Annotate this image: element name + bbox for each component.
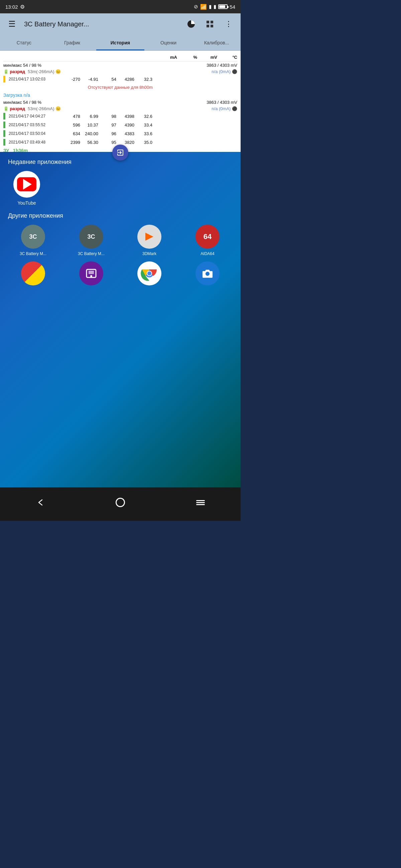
cel-1: 32.3 bbox=[136, 77, 152, 82]
minmax2-left: мин/макс 54 / 98 % bbox=[3, 100, 41, 105]
svg-marker-5 bbox=[145, 233, 153, 241]
section2-minmax: мин/макс 54 / 98 % 3863 / 4303 mV bbox=[3, 98, 237, 105]
bar-2 bbox=[3, 113, 5, 120]
razryad-label-2: 🔋 разряд bbox=[3, 106, 25, 111]
minmax-left: мин/макс 54 / 98 % bbox=[3, 63, 41, 68]
pct-4: 240.00 bbox=[82, 131, 98, 136]
tabs-bar: Статус График История Оценки Калибров... bbox=[0, 35, 240, 51]
col-celsius: °C bbox=[217, 55, 237, 60]
more-icon: ⋮ bbox=[225, 20, 233, 28]
mv-2: 4398 bbox=[118, 114, 134, 119]
youtube-label: YouTube bbox=[18, 200, 36, 206]
exit-app-button[interactable] bbox=[112, 145, 128, 161]
app-3dmark[interactable]: 3DMark bbox=[123, 225, 176, 256]
back-button[interactable] bbox=[30, 492, 50, 513]
pie-chart-button[interactable] bbox=[184, 18, 198, 31]
razryad-label-1: 🔋 разряд bbox=[3, 69, 25, 74]
app-purple[interactable] bbox=[65, 261, 118, 285]
col-pct: % bbox=[177, 55, 197, 60]
zagr-row[interactable]: Загрузка n/a bbox=[3, 91, 237, 98]
col-mV: mV bbox=[197, 55, 217, 60]
app-3c-battery-2-icon: 3C bbox=[79, 225, 103, 249]
app-chrome-icon bbox=[137, 261, 162, 285]
ma-1: -270 bbox=[63, 77, 80, 82]
ma-4: 634 bbox=[63, 131, 80, 136]
soc-2: 98 bbox=[99, 114, 116, 119]
bar-4 bbox=[3, 130, 5, 137]
data-row-1: 2021/04/17 13:02:03 -270 -4.91 54 4286 3… bbox=[3, 75, 237, 84]
pct-1: -4.91 bbox=[82, 77, 98, 82]
razryad-row-2: 🔋 разряд 53m(-266mA) 😐 n/a (0mA) ⚫ bbox=[3, 105, 237, 112]
pct-2: 6.99 bbox=[82, 114, 98, 119]
app-3c-battery-1-label: 3C Battery M... bbox=[20, 251, 47, 256]
tab-calibration[interactable]: Калибров... bbox=[193, 35, 240, 51]
mv-4: 4383 bbox=[118, 131, 134, 136]
youtube-icon bbox=[13, 171, 40, 198]
battery-icon bbox=[218, 4, 228, 9]
date-4: 2021/04/17 03:50:04 bbox=[9, 131, 62, 136]
cel-4: 33.6 bbox=[136, 131, 152, 136]
missing-data-notice: Отсутствуют данные для 8h00m bbox=[3, 84, 237, 91]
grid-button[interactable] bbox=[203, 18, 217, 31]
status-time: 13:02 bbox=[5, 4, 18, 10]
tab-history[interactable]: История bbox=[96, 35, 144, 51]
app-camera[interactable] bbox=[181, 261, 234, 285]
navigation-bar bbox=[0, 488, 240, 521]
battery-pct: 54 bbox=[230, 4, 235, 10]
app-3c-battery-2[interactable]: 3C 3C Battery M... bbox=[65, 225, 118, 256]
pie-chart-icon bbox=[187, 20, 196, 28]
razryad-right-2: n/a (0mA) ⚫ bbox=[211, 106, 237, 111]
ma-3: 596 bbox=[63, 123, 80, 127]
bar-1 bbox=[3, 76, 5, 83]
grid-icon bbox=[206, 20, 214, 28]
tab-grafik[interactable]: График bbox=[48, 35, 96, 51]
svg-point-12 bbox=[147, 271, 151, 275]
status-bar: 13:02 ⚙ ⊘ 📶 ▮ ▮ 54 bbox=[0, 0, 240, 13]
soc-3: 97 bbox=[99, 123, 116, 127]
more-button[interactable]: ⋮ bbox=[222, 18, 235, 31]
app-chrome[interactable] bbox=[123, 261, 176, 285]
status-icons: ⊘ 📶 ▮ ▮ 54 bbox=[194, 4, 235, 10]
column-headers: mA % mV °C bbox=[3, 54, 237, 61]
data-row-2: 2021/04/17 04:04:27 478 6.99 98 4398 32.… bbox=[3, 112, 237, 121]
menu-button[interactable]: ☰ bbox=[5, 18, 19, 31]
tab-ocenki[interactable]: Оценки bbox=[144, 35, 193, 51]
app-aida64[interactable]: 64 AIDA64 bbox=[181, 225, 234, 256]
other-apps-grid: 3C 3C Battery M... 3C 3C Battery M... 3D… bbox=[0, 225, 240, 256]
tab-status[interactable]: Статус bbox=[0, 35, 48, 51]
app-aida64-label: AIDA64 bbox=[200, 251, 214, 256]
svg-point-8 bbox=[90, 275, 92, 277]
home-button[interactable] bbox=[110, 492, 130, 513]
col-mA: mA bbox=[157, 55, 177, 60]
mv-3: 4390 bbox=[118, 123, 134, 127]
home-circle-icon bbox=[116, 498, 125, 507]
cel-3: 33.4 bbox=[136, 123, 152, 127]
section1-minmax: мин/макс 54 / 98 % 3863 / 4303 mV bbox=[3, 61, 237, 68]
svg-rect-7 bbox=[89, 271, 94, 274]
razryad-row-1: 🔋 разряд 53m(-266mA) 😐 n/a (0mA) ⚫ bbox=[3, 68, 237, 75]
app-3c-battery-1[interactable]: 3C 3C Battery M... bbox=[7, 225, 59, 256]
app-3c-battery-2-label: 3C Battery M... bbox=[78, 251, 105, 256]
recent-apps-section: Недавние приложения YouTube Другие прило… bbox=[0, 152, 240, 488]
other-apps-title: Другие приложения bbox=[0, 206, 240, 225]
data-row-3: 2021/04/17 03:55:52 596 10.37 97 4390 33… bbox=[3, 121, 237, 129]
youtube-bg bbox=[17, 177, 36, 191]
signal-icon: ▮ bbox=[209, 4, 211, 10]
app-beer-icon bbox=[21, 261, 45, 285]
soc-4: 96 bbox=[99, 131, 116, 136]
app-beer[interactable] bbox=[7, 261, 59, 285]
app-3dmark-icon bbox=[137, 225, 162, 249]
app-purple-icon bbox=[79, 261, 103, 285]
cel-5: 35.0 bbox=[136, 140, 152, 145]
cel-2: 32.6 bbox=[136, 114, 152, 119]
soc-1: 54 bbox=[99, 77, 116, 82]
app-bar: ☰ 3C Battery Manager... ⋮ bbox=[0, 13, 240, 35]
recents-button[interactable] bbox=[191, 492, 210, 513]
svg-rect-3 bbox=[206, 25, 209, 27]
youtube-app-item[interactable]: YouTube bbox=[13, 171, 40, 206]
ma-2: 478 bbox=[63, 114, 80, 119]
wifi-icon: 📶 bbox=[200, 4, 207, 10]
bar-3 bbox=[3, 122, 5, 128]
razryad-right-1: n/a (0mA) ⚫ bbox=[211, 69, 237, 74]
app-aida64-icon: 64 bbox=[196, 225, 220, 249]
